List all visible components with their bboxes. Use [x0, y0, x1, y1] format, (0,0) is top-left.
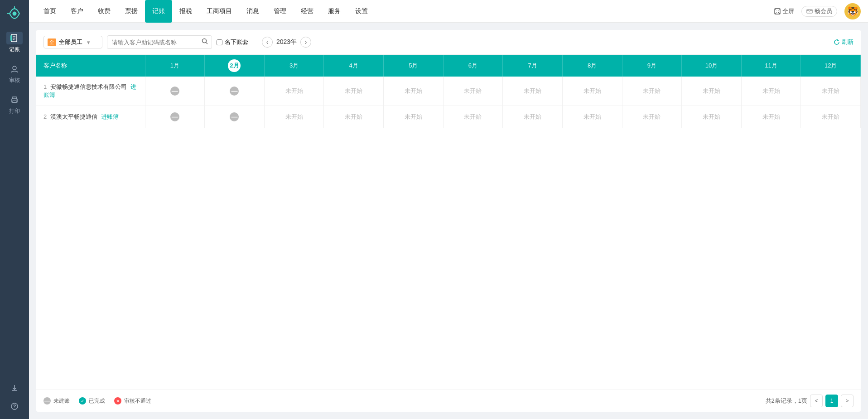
cell-month-4: 未开始 — [324, 77, 384, 106]
status-not-built-icon: — — [170, 112, 179, 121]
svg-point-11 — [14, 408, 15, 409]
status-not-started: 未开始 — [762, 113, 780, 120]
next-page-button[interactable]: > — [841, 395, 854, 407]
company-name: 漠澳太平畅捷通信 — [50, 113, 97, 120]
employee-select[interactable]: 全 全部员工 ▾ — [43, 36, 102, 48]
footer: — 未建账 ✓ 已完成 ✕ 审核不通过 共2条记录，1页 < 1 > — [36, 390, 861, 412]
nav-operation[interactable]: 经营 — [294, 0, 321, 23]
cell-month-6: 未开始 — [443, 106, 503, 128]
refresh-label: 刷新 — [842, 38, 854, 46]
status-not-started: 未开始 — [524, 87, 541, 94]
cell-month-2: — — [205, 77, 265, 106]
svg-rect-5 — [10, 35, 12, 41]
cell-month-2: — — [205, 106, 265, 128]
status-not-started: 未开始 — [464, 87, 482, 94]
table-wrap: 客户名称 1月 2月 3月 4月 5月 6月 — [36, 55, 861, 390]
cell-month-8: 未开始 — [562, 106, 622, 128]
refresh-button[interactable]: 刷新 — [834, 38, 854, 46]
status-not-started: 未开始 — [285, 113, 303, 120]
col-month-3: 3月 — [264, 55, 324, 77]
cell-month-3: 未开始 — [264, 77, 324, 106]
sidebar-item-label: 打印 — [9, 107, 20, 115]
audit-icon — [6, 63, 23, 75]
prev-year-button[interactable]: ‹ — [262, 37, 273, 48]
year-nav: ‹ 2023年 › — [262, 37, 311, 48]
status-not-started: 未开始 — [524, 113, 541, 120]
sidebar-item-ledger[interactable]: 记账 — [0, 27, 29, 58]
col-month-1: 1月 — [145, 55, 205, 77]
svg-point-6 — [13, 66, 16, 70]
employee-icon: 全 — [48, 39, 56, 46]
status-not-built-icon: — — [230, 112, 239, 121]
chevron-down-icon: ▾ — [87, 39, 90, 46]
nav-home[interactable]: 首页 — [36, 0, 63, 23]
legend-completed: ✓ 已完成 — [79, 397, 105, 405]
vip-button[interactable]: 畅会员 — [801, 6, 837, 17]
cell-month-10: 未开始 — [682, 106, 742, 128]
cell-month-8: 未开始 — [562, 77, 622, 106]
svg-line-15 — [206, 43, 208, 44]
col-month-9: 9月 — [622, 55, 682, 77]
col-month-11: 11月 — [741, 55, 801, 77]
cell-customer-name: 1安徽畅捷通信息技术有限公司进账簿 — [36, 77, 145, 106]
status-not-started: 未开始 — [762, 87, 780, 94]
ledger-table: 客户名称 1月 2月 3月 4月 5月 6月 — [36, 55, 861, 128]
nav-business[interactable]: 工商项目 — [199, 0, 239, 23]
cell-month-7: 未开始 — [503, 106, 563, 128]
nav-invoice[interactable]: 票据 — [118, 0, 145, 23]
status-not-started: 未开始 — [285, 87, 303, 94]
nav-tax[interactable]: 报税 — [172, 0, 199, 23]
cell-month-12: 未开始 — [801, 77, 861, 106]
enter-ledger-link[interactable]: 进账簿 — [101, 113, 119, 120]
my-accounts-checkbox-label[interactable]: 名下账套 — [217, 38, 248, 46]
active-month-circle: 2月 — [228, 59, 241, 72]
my-accounts-checkbox[interactable] — [217, 39, 222, 45]
nav-service[interactable]: 服务 — [321, 0, 348, 23]
total-text: 共2条记录，1页 — [766, 397, 807, 405]
nav-customer[interactable]: 客户 — [63, 0, 91, 23]
nav-billing[interactable]: 收费 — [91, 0, 118, 23]
cell-month-11: 未开始 — [741, 77, 801, 106]
status-not-started: 未开始 — [405, 113, 422, 120]
legend-rejected: ✕ 审核不通过 — [114, 397, 151, 405]
cell-month-1: — — [145, 106, 205, 128]
next-year-button[interactable]: › — [300, 37, 311, 48]
status-not-started: 未开始 — [583, 113, 601, 120]
nav-message[interactable]: 消息 — [239, 0, 266, 23]
fullscreen-button[interactable]: 全屏 — [774, 7, 794, 15]
status-not-started: 未开始 — [643, 113, 661, 120]
sidebar-item-audit[interactable]: 审核 — [0, 58, 29, 89]
col-month-4: 4月 — [324, 55, 384, 77]
nav-settings[interactable]: 设置 — [348, 0, 375, 23]
sidebar-item-print[interactable]: 打印 — [0, 89, 29, 120]
cell-month-12: 未开始 — [801, 106, 861, 128]
cell-month-9: 未开始 — [622, 77, 682, 106]
navbar-right: 全屏 畅会员 🐯 — [774, 3, 861, 19]
status-not-started: 未开始 — [345, 113, 362, 120]
company-name: 安徽畅捷通信息技术有限公司 — [50, 83, 127, 90]
status-not-built-icon: — — [230, 87, 239, 96]
nav-manage[interactable]: 管理 — [266, 0, 294, 23]
prev-page-button[interactable]: < — [810, 395, 823, 407]
ledger-icon — [6, 32, 23, 44]
status-not-started: 未开始 — [822, 87, 839, 94]
sidebar-support[interactable] — [10, 398, 19, 414]
search-button[interactable] — [198, 36, 212, 48]
col-month-10: 10月 — [682, 55, 742, 77]
user-avatar[interactable]: 🐯 — [844, 3, 861, 19]
fullscreen-label: 全屏 — [782, 7, 794, 15]
row-number: 2 — [43, 113, 47, 120]
sidebar-download[interactable] — [10, 380, 19, 396]
col-month-6: 6月 — [443, 55, 503, 77]
vip-label: 畅会员 — [815, 7, 832, 15]
current-page-button[interactable]: 1 — [825, 395, 838, 407]
search-input[interactable] — [107, 37, 198, 48]
status-not-started: 未开始 — [405, 87, 422, 94]
svg-point-14 — [203, 39, 207, 43]
cell-month-3: 未开始 — [264, 106, 324, 128]
status-not-started: 未开始 — [643, 87, 661, 94]
nav-ledger[interactable]: 记账 — [145, 0, 172, 23]
table-header-row: 客户名称 1月 2月 3月 4月 5月 6月 — [36, 55, 861, 77]
search-wrap — [107, 35, 212, 49]
print-icon — [6, 93, 23, 106]
